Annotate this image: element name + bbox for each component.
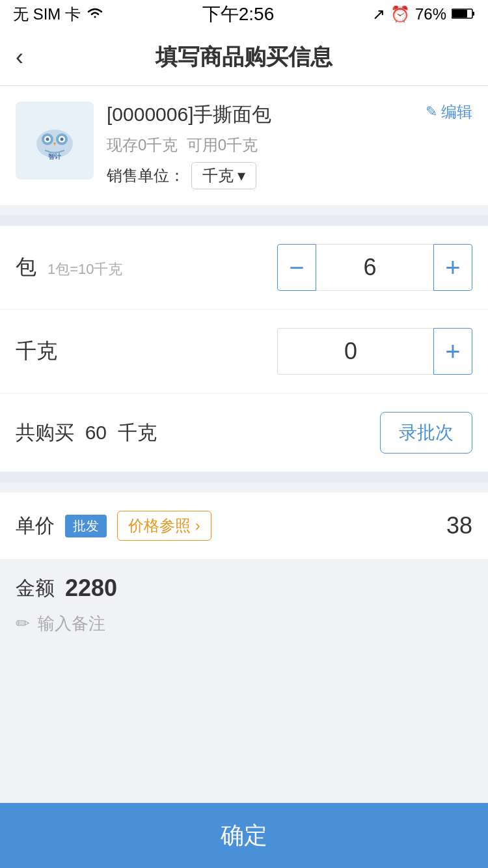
back-button[interactable]: ‹	[16, 44, 23, 71]
divider-1	[0, 215, 488, 226]
wifi-icon	[86, 5, 104, 23]
product-info: [0000006]手撕面包 ✎ 编辑 现存0千克 可用0千克 销售单位： 千克 …	[107, 102, 472, 189]
unit-select[interactable]: 千克 ▾	[191, 162, 256, 189]
amount-row: 金额 2280	[16, 575, 472, 602]
bag-input-row: 包 1包=10千克 − +	[0, 226, 488, 310]
divider-2	[0, 472, 488, 482]
total-label: 共购买 60 千克	[16, 420, 157, 446]
product-name: [0000006]手撕面包	[107, 102, 271, 128]
status-left: 无 SIM 卡	[13, 4, 104, 25]
battery-level: 76%	[415, 5, 446, 23]
price-row: 单价 批发 价格参照 › 38	[16, 511, 472, 541]
kg-plus-button[interactable]: +	[433, 328, 472, 375]
bag-quantity-input[interactable]	[316, 244, 433, 291]
pencil-icon: ✏	[16, 614, 30, 634]
amount-section: 金额 2280 ✏ 输入备注	[0, 559, 488, 645]
batch-button[interactable]: 录批次	[380, 412, 472, 454]
note-placeholder: 输入备注	[38, 612, 105, 635]
svg-rect-2	[452, 10, 467, 18]
kg-input-row: 千克 +	[0, 310, 488, 394]
edit-icon: ✎	[426, 103, 437, 120]
svg-text:智计: 智计	[47, 153, 62, 160]
bag-plus-button[interactable]: +	[433, 244, 472, 291]
kg-quantity-control: +	[277, 328, 472, 375]
svg-point-8	[46, 138, 49, 141]
price-value: 38	[446, 512, 472, 539]
battery-icon	[452, 5, 475, 23]
product-stock: 现存0千克 可用0千克	[107, 135, 472, 156]
edit-button[interactable]: ✎ 编辑	[426, 102, 472, 122]
price-label: 单价	[16, 513, 55, 539]
confirm-button[interactable]: 确定	[0, 803, 488, 868]
amount-value: 2280	[65, 575, 117, 602]
sim-status: 无 SIM 卡	[13, 4, 81, 25]
price-ref-button[interactable]: 价格参照 ›	[117, 511, 211, 541]
product-card: 智计 [0000006]手撕面包 ✎ 编辑 现存0千克 可用0千克 销售单位： …	[0, 86, 488, 205]
note-row[interactable]: ✏ 输入备注	[16, 612, 472, 645]
quantity-section: 包 1包=10千克 − + 千克 +	[0, 226, 488, 394]
price-section: 单价 批发 价格参照 › 38	[0, 493, 488, 559]
page-title: 填写商品购买信息	[156, 42, 332, 72]
alarm-icon: ⏰	[390, 5, 410, 23]
status-time: 下午2:56	[202, 2, 275, 27]
svg-rect-1	[472, 12, 474, 16]
svg-point-9	[61, 138, 64, 141]
kg-label: 千克	[16, 337, 277, 366]
main-content: 智计 [0000006]手撕面包 ✎ 编辑 现存0千克 可用0千克 销售单位： …	[0, 86, 488, 868]
nav-bar: ‹ 填写商品购买信息	[0, 29, 488, 86]
location-icon: ↗	[372, 5, 385, 23]
total-row: 共购买 60 千克 录批次	[0, 394, 488, 472]
status-bar: 无 SIM 卡 下午2:56 ↗ ⏰ 76%	[0, 0, 488, 29]
bag-quantity-control: − +	[277, 244, 472, 291]
product-image: 智计	[16, 102, 94, 180]
product-unit: 销售单位： 千克 ▾	[107, 162, 472, 189]
kg-quantity-input[interactable]	[277, 328, 433, 375]
chevron-down-icon: ▾	[237, 167, 245, 185]
bag-minus-button[interactable]: −	[277, 244, 316, 291]
amount-label: 金额	[16, 575, 55, 602]
bag-label: 包 1包=10千克	[16, 253, 277, 282]
status-right: ↗ ⏰ 76%	[372, 5, 475, 23]
batch-tag: 批发	[65, 515, 107, 537]
